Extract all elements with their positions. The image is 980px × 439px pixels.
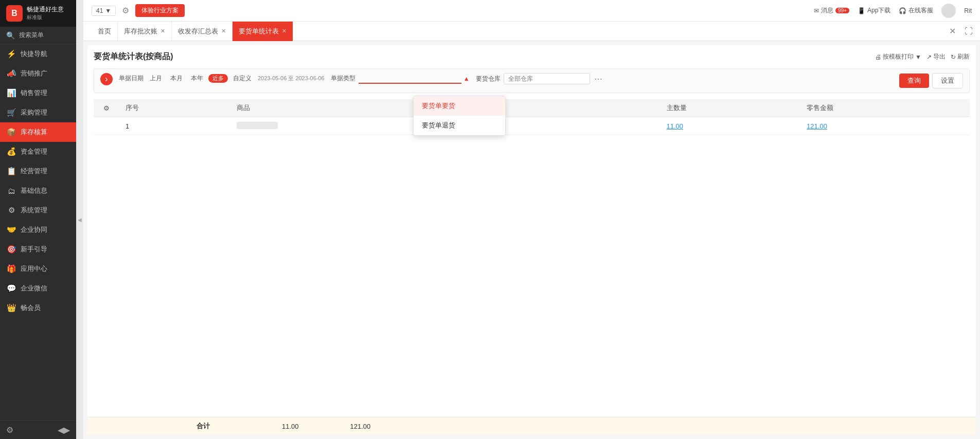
sidebar-icon-purchase: 🛒 <box>6 108 16 117</box>
sidebar-item-inventory[interactable]: 📦库存核算 <box>0 122 76 142</box>
sidebar-item-corp[interactable]: 🤝企业协同 <box>0 220 76 240</box>
export-action[interactable]: ↗ 导出 <box>926 52 946 61</box>
print-icon: 🖨 <box>875 53 881 61</box>
tab-batch[interactable]: 库存批次账✕ <box>118 22 172 41</box>
collapse-arrow: ◀ <box>78 217 82 223</box>
page-actions: 🖨 按模板打印 ▼ ↗ 导出 ↻ 刷新 <box>875 52 970 61</box>
logo-icon: B <box>6 5 23 22</box>
table-row: 1 块 11.00 121.00 <box>94 117 970 135</box>
tab-close-consign[interactable]: ✕ <box>221 28 226 34</box>
sidebar-label-quicknav: 快捷导航 <box>21 49 47 59</box>
store-name: 41 <box>96 7 103 14</box>
tab-maximize-btn[interactable]: ⛶ <box>961 24 976 39</box>
notification-item[interactable]: ✉ 消息 99+ <box>814 6 849 15</box>
sidebar-icon-wechat: 💬 <box>6 284 16 293</box>
tab-close-order[interactable]: ✕ <box>282 28 287 34</box>
sidebar-icon-quicknav: ⚡ <box>6 49 16 59</box>
sidebar-item-appstore[interactable]: 🎁应用中心 <box>0 259 76 279</box>
query-btn[interactable]: 查询 <box>899 74 929 88</box>
settings-btn[interactable]: 设置 <box>932 73 963 88</box>
col-amount: 零售金额 <box>800 99 970 117</box>
sidebar-item-operations[interactable]: 📋经营管理 <box>0 161 76 181</box>
filter-more-btn[interactable]: ⋯ <box>594 74 602 84</box>
sidebar-icon-inventory: 📦 <box>6 127 16 137</box>
sidebar-label-purchase: 采购管理 <box>21 108 47 117</box>
sidebar-item-finance[interactable]: 💰资金管理 <box>0 142 76 161</box>
settings-icon[interactable]: ⚙ <box>6 425 13 435</box>
sidebar-item-system[interactable]: ⚙系统管理 <box>0 200 76 220</box>
dropdown-item-order-return[interactable]: 要货单退货 <box>414 116 505 135</box>
header-gear-icon[interactable]: ⚙ <box>122 6 129 15</box>
sidebar-label-guide: 新手引导 <box>21 245 47 254</box>
filter-bar: › 单据日期 上月 本月 本年 近多 自定义 2023-05-06 至 2023… <box>94 68 970 93</box>
type-filter-input[interactable] <box>359 73 461 84</box>
cell-amount-0[interactable]: 121.00 <box>800 117 970 135</box>
sidebar-icon-marketing: 📣 <box>6 69 16 78</box>
sidebar-label-member: 畅会员 <box>21 303 41 313</box>
headset-icon: 🎧 <box>899 7 906 14</box>
date-filter-label: 单据日期 <box>119 74 144 83</box>
date-btn-recent7[interactable]: 近多 <box>208 74 228 83</box>
tab-order[interactable]: 要货单统计表✕ <box>233 22 293 41</box>
sidebar-label-operations: 经营管理 <box>21 167 47 176</box>
sidebar-item-basic[interactable]: 🗂基础信息 <box>0 181 76 200</box>
sidebar-bottom: ⚙ ◀▶ <box>0 420 76 439</box>
sidebar-item-wechat[interactable]: 💬企业微信 <box>0 279 76 298</box>
filter-expand-btn[interactable]: › <box>100 73 113 85</box>
refresh-action[interactable]: ↻ 刷新 <box>951 52 970 61</box>
sidebar-icon-appstore: 🎁 <box>6 264 16 273</box>
dropdown-item-order-purchase[interactable]: 要货单要货 <box>414 96 505 116</box>
online-service-item[interactable]: 🎧 在线客服 <box>899 6 933 15</box>
tab-close-batch[interactable]: ✕ <box>161 28 165 34</box>
tab-label-home: 首页 <box>98 27 111 36</box>
user-avatar[interactable] <box>941 4 956 18</box>
cell-no-0: 1 <box>119 117 230 135</box>
warehouse-filter-input[interactable] <box>504 73 590 84</box>
table-footer: 合计 11.00 121.00 <box>87 417 976 435</box>
cell-qty-0[interactable]: 11.00 <box>661 117 801 135</box>
filter-actions: 查询 设置 <box>899 73 963 88</box>
col-settings[interactable]: ⚙ <box>94 99 119 117</box>
date-btn-this-month[interactable]: 本月 <box>167 73 186 84</box>
type-filter-group: 单据类型 ▲ <box>331 73 470 84</box>
sidebar-label-wechat: 企业微信 <box>21 284 47 293</box>
collapse-icon[interactable]: ◀▶ <box>58 425 70 435</box>
tab-close-all-btn[interactable]: ✕ <box>945 24 959 39</box>
sidebar-item-guide[interactable]: 🎯新手引导 <box>0 240 76 259</box>
search-icon: 🔍 <box>6 31 15 40</box>
print-dropdown-icon: ▼ <box>915 53 921 61</box>
date-btn-custom[interactable]: 自定义 <box>230 73 255 84</box>
logo-name: 畅捷通好生意 <box>27 6 64 14</box>
app-download-item[interactable]: 📱 App下载 <box>858 6 890 15</box>
sidebar-item-member[interactable]: 👑畅会员 <box>0 298 76 318</box>
type-input-arrow[interactable]: ▲ <box>464 75 470 82</box>
date-btn-this-year[interactable]: 本年 <box>188 73 206 84</box>
sidebar-item-quicknav[interactable]: ⚡快捷导航 <box>0 44 76 64</box>
refresh-icon: ↻ <box>951 53 956 61</box>
sidebar-search[interactable]: 🔍 搜索菜单 <box>0 27 76 44</box>
date-btn-last-month[interactable]: 上月 <box>147 73 165 84</box>
tab-label-batch: 库存批次账 <box>124 27 157 36</box>
sidebar-icon-corp: 🤝 <box>6 225 16 234</box>
tab-home[interactable]: 首页 <box>92 22 118 41</box>
sidebar-icon-system: ⚙ <box>6 206 16 215</box>
data-table: ⚙ 序号 商品 主计量单位 主数量 零售金额 1 块 11.00 121.00 <box>94 99 970 135</box>
industry-btn[interactable]: 体验行业方案 <box>135 4 185 17</box>
sidebar-label-sales: 销售管理 <box>21 88 47 98</box>
table-body: 1 块 11.00 121.00 <box>94 117 970 135</box>
store-selector[interactable]: 41 ▼ <box>92 6 116 16</box>
main-area: 41 ▼ ⚙ 体验行业方案 ✉ 消息 99+ 📱 App下载 🎧 在线客服 Ri… <box>83 0 980 439</box>
search-label: 搜索菜单 <box>19 31 44 40</box>
col-qty: 主数量 <box>661 99 801 117</box>
sidebar-item-sales[interactable]: 📊销售管理 <box>0 83 76 103</box>
sidebar-menu: ⚡快捷导航📣营销推广📊销售管理🛒采购管理📦库存核算💰资金管理📋经营管理🗂基础信息… <box>0 44 76 420</box>
top-header: 41 ▼ ⚙ 体验行业方案 ✉ 消息 99+ 📱 App下载 🎧 在线客服 Ri… <box>83 0 980 22</box>
warehouse-filter-group: 要货仓库 ⋯ <box>476 73 602 84</box>
sidebar-item-purchase[interactable]: 🛒采购管理 <box>0 103 76 122</box>
sidebar-icon-basic: 🗂 <box>6 187 16 195</box>
sidebar-item-marketing[interactable]: 📣营销推广 <box>0 64 76 83</box>
tab-consign[interactable]: 收发存汇总表✕ <box>172 22 233 41</box>
sidebar-collapse-bar[interactable]: ◀ <box>76 0 83 439</box>
date-filter-group: 单据日期 上月 本月 本年 近多 自定义 2023-05-06 至 2023-0… <box>119 73 325 84</box>
print-action[interactable]: 🖨 按模板打印 ▼ <box>875 52 921 61</box>
